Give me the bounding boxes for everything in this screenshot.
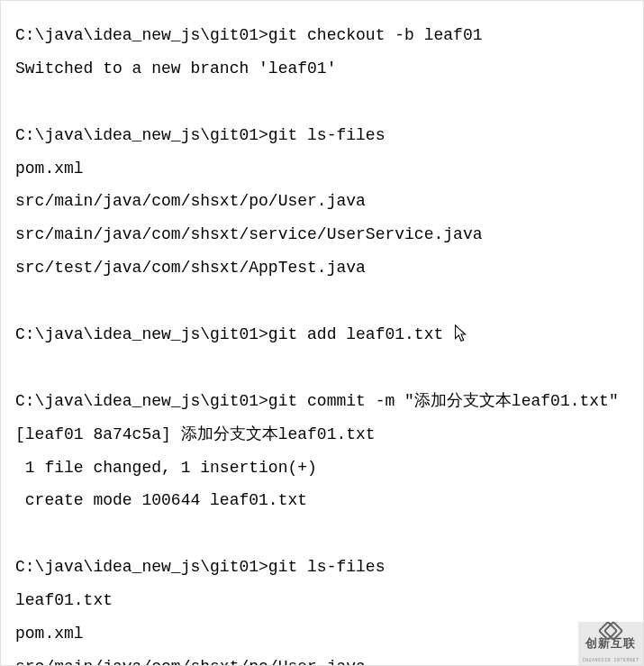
terminal-output: C:\java\idea_new_js\git01>git checkout -…: [15, 19, 636, 666]
cmd-ls-files-2: C:\java\idea_new_js\git01>git ls-files: [15, 551, 636, 584]
out-changed: 1 file changed, 1 insertion(+): [15, 452, 636, 485]
cmd-ls-files-1: C:\java\idea_new_js\git01>git ls-files: [15, 119, 636, 152]
blank-line: [15, 517, 636, 551]
cmd-git-commit: C:\java\idea_new_js\git01>git commit -m …: [15, 385, 636, 418]
out-file: src/main/java/com/shsxt/service/UserServ…: [15, 218, 636, 251]
blank-line: [15, 351, 636, 385]
cmd-checkout: C:\java\idea_new_js\git01>git checkout -…: [15, 19, 636, 52]
out-file: src/test/java/com/shsxt/AppTest.java: [15, 251, 636, 285]
out-file: pom.xml: [15, 152, 636, 186]
out-create-mode: create mode 100644 leaf01.txt: [15, 484, 636, 517]
cmd-git-add-text: C:\java\idea_new_js\git01>git add leaf01…: [15, 325, 443, 343]
out-switched-branch: Switched to a new branch 'leaf01': [15, 52, 636, 86]
out-file: src/main/java/com/shsxt/po/User.java: [15, 185, 636, 218]
watermark-sub: CHUANGXIN INTERNET: [582, 656, 639, 665]
out-commit-hash: [leaf01 8a74c5a] 添加分支文本leaf01.txt: [15, 418, 636, 452]
out-file: src/main/java/com/shsxt/po/User.java: [15, 651, 636, 666]
blank-line: [15, 285, 636, 318]
mouse-cursor-icon: [454, 318, 468, 351]
logo-icon: [599, 622, 622, 630]
cmd-git-add: C:\java\idea_new_js\git01>git add leaf01…: [15, 318, 636, 351]
out-file: pom.xml: [15, 617, 636, 651]
out-file: leaf01.txt: [15, 584, 636, 617]
watermark-badge: 创新互联 CHUANGXIN INTERNET: [578, 622, 643, 665]
blank-line: [15, 86, 636, 119]
